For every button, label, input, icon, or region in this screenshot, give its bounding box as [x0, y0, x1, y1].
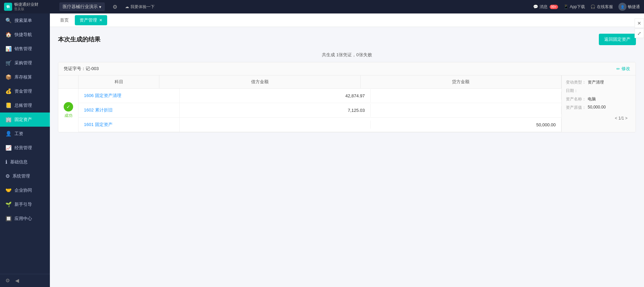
sales-icon: 📊: [5, 46, 12, 52]
return-button[interactable]: 返回固定资产: [599, 34, 636, 45]
funds-icon: 💰: [5, 88, 12, 94]
header-settings-button[interactable]: ⚙: [110, 2, 120, 11]
sidebar-item-basic-info[interactable]: ℹ 基础信息: [0, 155, 50, 169]
sidebar-settings-button[interactable]: ⚙: [5, 278, 10, 284]
page-title: 本次生成的结果: [58, 35, 100, 43]
credit-cell-2: [371, 106, 562, 114]
voucher-table: 科目 借方金额 贷方金额 ✓ 成功: [58, 75, 636, 132]
th-credit: 贷方金额: [361, 75, 562, 88]
tab-asset-mgmt[interactable]: 资产管理 ✕: [75, 15, 107, 25]
edit-button[interactable]: ✏ 修改: [616, 66, 630, 72]
search-icon: 🔍: [5, 18, 12, 24]
sidebar-item-search-menu[interactable]: 🔍 搜索菜单: [0, 13, 50, 28]
original-value-row: 资产原值： 50,000.00: [566, 105, 632, 110]
voucher-number: 凭证字号：记-003: [64, 66, 99, 72]
date-label: 日期：: [566, 88, 588, 94]
sidebar-bottom: ⚙ ◀: [0, 274, 50, 287]
app-version: 普及版: [14, 7, 38, 11]
original-value-label: 资产原值：: [566, 105, 588, 110]
sidebar-item-app-center[interactable]: 🔲 应用中心: [0, 212, 50, 226]
user-area[interactable]: 👤 畅捷通: [618, 3, 640, 11]
sidebar-item-payroll[interactable]: 👤 工资: [0, 127, 50, 141]
sidebar-item-funds[interactable]: 💰 资金管理: [0, 84, 50, 98]
table-row: 1606 固定资产清理 42,874.97: [79, 89, 561, 103]
edit-icon: ✏: [616, 66, 620, 71]
guide-icon: 🌱: [5, 201, 12, 208]
sidebar-item-sales[interactable]: 📊 销售管理: [0, 42, 50, 56]
sidebar-item-system[interactable]: ⚙ 系统管理: [0, 169, 50, 183]
purchase-icon: 🛒: [5, 60, 12, 66]
side-panel: 变动类型： 资产清理 日期： 资产名称： 电脑 资产原值：: [561, 75, 636, 132]
logo-area: 畅 畅捷通好业财 普及版: [4, 2, 54, 11]
sidebar-item-quick-nav[interactable]: 🏠 快捷导航: [0, 28, 50, 42]
ledger-icon: 📒: [5, 102, 12, 108]
close-panel-button[interactable]: ✕: [635, 19, 644, 28]
result-summary: 共生成 1张凭证，0张失败: [58, 52, 636, 58]
sidebar-item-enterprise[interactable]: 🤝 企业协同: [0, 183, 50, 197]
voucher-header: 凭证字号：记-003 ✏ 修改: [58, 62, 636, 75]
date-row: 日期：: [566, 88, 632, 94]
success-label: 成功: [64, 113, 72, 119]
next-page-button[interactable]: >: [625, 116, 627, 121]
messages-button[interactable]: 💬 消息 99+: [533, 4, 558, 10]
user-icon: 👤: [620, 5, 624, 9]
page-header: 本次生成的结果 返回固定资产: [58, 34, 636, 45]
app-name: 畅捷通好业财: [14, 2, 38, 7]
app-download-button[interactable]: 📱 App下载: [563, 4, 585, 10]
table-row-group: ✓ 成功 1606 固定资产清理 42,874.97: [58, 89, 561, 132]
sidebar-item-fixed-assets[interactable]: 🏢 固定资产: [0, 113, 50, 127]
headset-icon: 🎧: [590, 4, 595, 9]
original-value-value: 50,000.00: [588, 105, 606, 110]
info-icon: ℹ: [5, 159, 7, 165]
app-logo-icon: 畅: [4, 3, 12, 11]
inventory-icon: 📦: [5, 74, 12, 80]
content-area: 首页 资产管理 ✕ 本次生成的结果 返回固定资产 共生成 1张凭证，0张失败 凭…: [50, 13, 644, 287]
sidebar-item-purchase[interactable]: 🛒 采购管理: [0, 56, 50, 70]
payroll-icon: 👤: [5, 131, 12, 137]
sidebar-collapse-button[interactable]: ◀: [15, 278, 19, 284]
sidebar-item-operations[interactable]: 📈 经营管理: [0, 141, 50, 155]
asset-name-label: 资产名称：: [566, 96, 588, 102]
cloud-icon: ☁: [125, 4, 129, 9]
fixed-assets-icon: 🏢: [5, 117, 12, 123]
account-cell-2: 1602 累计折旧: [79, 103, 180, 117]
status-column: ✓ 成功: [58, 89, 79, 132]
download-icon: 📱: [563, 4, 569, 9]
asset-name-value: 电脑: [588, 96, 596, 102]
table-body: ✓ 成功 1606 固定资产清理 42,874.97: [58, 89, 561, 132]
th-debit: 借方金额: [159, 75, 361, 88]
credit-cell-3: 50,000.00: [371, 118, 562, 131]
prev-page-button[interactable]: <: [615, 116, 617, 121]
header-middle: 医疗器械行业演示 ▾ ⚙ ☁ 我要体验一下: [54, 0, 533, 13]
th-account: 科目: [79, 75, 159, 88]
asset-name-row: 资产名称： 电脑: [566, 96, 632, 102]
expand-panel-button[interactable]: ⤢: [635, 29, 644, 38]
chevron-down-icon: ▾: [99, 4, 101, 9]
top-header: 畅 畅捷通好业财 普及版 医疗器械行业演示 ▾ ⚙ ☁ 我要体验一下 💬 消息 …: [0, 0, 644, 13]
sidebar-item-ledger[interactable]: 📒 总账管理: [0, 98, 50, 113]
main-layout: 🔍 搜索菜单 🏠 快捷导航 📊 销售管理 🛒 采购管理 📦 库存核算 💰 资金管…: [0, 13, 644, 287]
tab-close-button[interactable]: ✕: [99, 18, 102, 23]
sidebar-item-inventory[interactable]: 📦 库存核算: [0, 70, 50, 84]
message-icon: 💬: [533, 4, 538, 9]
experience-button[interactable]: ☁ 我要体验一下: [125, 4, 155, 10]
gear-icon: ⚙: [113, 4, 117, 10]
sidebar-item-guide[interactable]: 🌱 新手引导: [0, 197, 50, 212]
avatar: 👤: [618, 3, 626, 11]
company-selector[interactable]: 医疗器械行业演示 ▾: [59, 2, 105, 11]
tab-bar: 首页 资产管理 ✕: [50, 13, 644, 27]
table-header: 科目 借方金额 贷方金额: [58, 75, 561, 89]
app-center-icon: 🔲: [5, 216, 12, 222]
header-right: 💬 消息 99+ 📱 App下载 🎧 在线客服 👤 畅捷通: [533, 3, 640, 11]
system-icon: ⚙: [5, 173, 10, 179]
table-main: 科目 借方金额 贷方金额 ✓ 成功: [58, 75, 561, 132]
enterprise-icon: 🤝: [5, 187, 12, 193]
page-indicator: 1/1: [618, 116, 625, 121]
pagination: < 1/1 >: [566, 113, 632, 123]
home-icon: 🏠: [5, 32, 12, 38]
table-row: 1602 累计折旧 7,125.03: [79, 103, 561, 118]
online-service-button[interactable]: 🎧 在线客服: [590, 4, 613, 10]
page-content: 本次生成的结果 返回固定资产 共生成 1张凭证，0张失败 凭证字号：记-003 …: [50, 27, 644, 287]
tab-home[interactable]: 首页: [55, 15, 73, 25]
company-name: 医疗器械行业演示: [63, 4, 98, 10]
